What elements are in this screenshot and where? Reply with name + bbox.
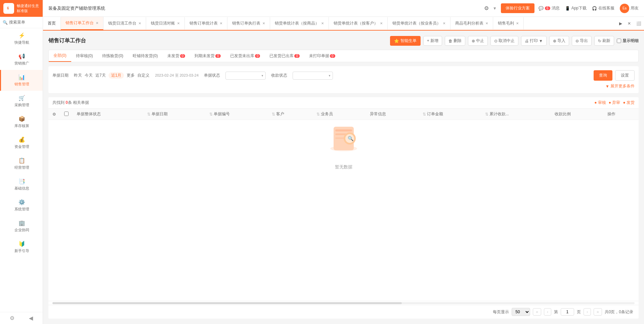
topbar-dropdown-icon[interactable]: ▼ <box>493 6 497 11</box>
subtab-shipped-warehoused[interactable]: 已发货已出库0 <box>265 50 304 62</box>
sidebar-item-basic-info[interactable]: 📑 基础信息 <box>0 174 43 195</box>
page-size-select[interactable]: 50 10 20 100 <box>512 308 530 316</box>
export-btn[interactable]: ⊖ 导出 <box>572 36 592 46</box>
page-unit: 页 <box>577 309 581 315</box>
tab-sales-order[interactable]: 销售订单工作台 ✕ <box>61 17 103 30</box>
show-detail-label[interactable]: 显示明细 <box>617 38 639 44</box>
user-avatar-text: Ea <box>622 6 627 10</box>
subtab-not-shipped[interactable]: 未发货0 <box>163 50 190 62</box>
sidebar-item-operations[interactable]: 📋 经营管理 <box>0 153 43 174</box>
online-service-action[interactable]: 🎧 在线客服 <box>592 5 614 11</box>
tab-close-sales-exec[interactable]: ✕ <box>262 22 265 25</box>
scroll-bar-area[interactable] <box>48 301 639 305</box>
collapse-btn[interactable]: ◀ <box>29 315 33 321</box>
cancel-stop-icon: ⊙ <box>494 39 498 43</box>
tab-sales-summary-product[interactable]: 销货单统计表（按商品） ✕ <box>270 17 329 30</box>
tab-close-sales-summary-staff[interactable]: ✕ <box>443 22 445 25</box>
first-page-btn[interactable]: « <box>533 308 541 316</box>
tab-close-cash-reconcile[interactable]: ✕ <box>177 22 180 25</box>
tab-expand-btn[interactable]: ⬜ <box>634 18 644 29</box>
next-page-btn[interactable]: › <box>584 308 591 316</box>
subtab-expired-not-shipped[interactable]: 到期未发货0 <box>190 50 225 62</box>
subtab-all[interactable]: 全部(0) <box>49 50 71 62</box>
th-checkbox[interactable] <box>60 109 73 120</box>
page-input[interactable] <box>561 308 574 316</box>
subtab-shipped-not-warehoused[interactable]: 已发货未出库0 <box>225 50 265 62</box>
date-opt-today[interactable]: 今天 <box>85 73 93 78</box>
sidebar-item-sys-mgmt[interactable]: ⚙️ 系统管理 <box>0 195 43 216</box>
scroll-thumb[interactable] <box>52 302 402 304</box>
tab-close-gross-margin[interactable]: ✕ <box>485 22 488 25</box>
date-opt-custom[interactable]: 自定义 <box>137 73 149 78</box>
tab-home[interactable]: 首页 <box>43 17 61 30</box>
deaudit-btn[interactable]: ● 弃审 <box>609 100 620 106</box>
add-btn[interactable]: + 新增 <box>423 36 442 46</box>
sidebar-item-enterprise[interactable]: 🏢 企业协同 <box>0 216 43 237</box>
smart-btn[interactable]: ⭐ 智能生单 <box>390 36 421 46</box>
sidebar-item-finance[interactable]: 💰 资金管理 <box>0 132 43 153</box>
sidebar-item-purchase[interactable]: 🛒 采购管理 <box>0 91 43 112</box>
prev-page-btn[interactable]: ‹ <box>544 308 551 316</box>
status-select[interactable] <box>225 72 266 80</box>
th-ratio: 收款比例 <box>551 109 603 120</box>
print-icon: 🖨 <box>525 39 529 43</box>
tab-close-all-btn[interactable]: ✕ <box>625 18 634 29</box>
sidebar-item-guide[interactable]: 🔰 新手引导 <box>0 237 43 257</box>
sidebar-item-marketing[interactable]: 📢 营销推广 <box>0 49 43 70</box>
svg-text:🔍: 🔍 <box>348 136 354 141</box>
tab-close-sales-summary-customer[interactable]: ✕ <box>380 22 383 25</box>
tab-cash-daily[interactable]: 钱货日清工作台 ✕ <box>103 17 146 30</box>
app-download-action[interactable]: 📱 App下载 <box>565 5 587 11</box>
tab-sales-stats[interactable]: 销售订单统计表 ✕ <box>185 17 227 30</box>
th-settings[interactable]: ⚙ <box>48 109 60 120</box>
sidebar-item-quick-nav[interactable]: ⚡ 快捷导航 <box>0 28 43 49</box>
stop-btn[interactable]: ⊗ 中止 <box>468 36 488 46</box>
payment-select[interactable] <box>293 72 333 80</box>
tab-sales-summary-staff[interactable]: 销货单统计表（按业务员） ✕ <box>388 17 450 30</box>
date-opt-last1m[interactable]: 近1月 <box>109 72 124 79</box>
subtab-not-printed[interactable]: 未打印单据0 <box>304 50 340 62</box>
subtab-pending-inspect[interactable]: 待拣验货(0) <box>97 50 128 62</box>
sidebar-search[interactable]: 🔍 搜索菜单 <box>0 17 43 28</box>
table-toolbar-right: ● 审核 ● 弃审 ● 发货 <box>594 100 635 106</box>
trial-btn[interactable]: 体验行业方案 <box>501 3 534 13</box>
tab-close-sales-summary-product[interactable]: ✕ <box>321 22 324 25</box>
subtab-wangpu-pending[interactable]: 旺铺待发货(0) <box>128 50 163 62</box>
tab-more-btn[interactable]: ▶ <box>616 18 625 29</box>
tab-cash-reconcile[interactable]: 钱货日清对账 ✕ <box>146 17 185 30</box>
cancel-stop-btn[interactable]: ⊙ 取消中止 <box>490 36 518 46</box>
tab-close-cash-daily[interactable]: ✕ <box>138 22 141 25</box>
tab-close-sales-order[interactable]: ✕ <box>96 21 98 25</box>
tab-gross-margin[interactable]: 商品毛利分析表 ✕ <box>450 17 493 30</box>
tab-close-sales-stats[interactable]: ✕ <box>220 22 222 25</box>
sidebar-footer: ⚙ ◀ <box>0 312 43 324</box>
sidebar-item-sales[interactable]: 📊 销售管理 <box>0 70 43 91</box>
date-opt-last7[interactable]: 近7天 <box>95 73 106 78</box>
last-page-btn[interactable]: » <box>594 308 602 316</box>
sidebar-item-inventory[interactable]: 📦 库存核算 <box>0 112 43 132</box>
filter-setting-btn[interactable]: 设置 <box>615 70 635 81</box>
date-opt-yesterday[interactable]: 昨天 <box>74 73 82 78</box>
topbar-settings-icon[interactable]: ⚙ <box>484 5 489 11</box>
table-area: 共找到 0条 相关单据 ● 审核 ● 弃审 ● 发货 <box>48 97 639 319</box>
print-btn[interactable]: 🖨 打印 ▼ <box>521 36 547 46</box>
tab-close-sales-more[interactable]: ✕ <box>516 22 519 25</box>
filter-expand-btn[interactable]: ▼ 展开更多条件 <box>605 83 635 89</box>
th-amount: ⇅ 订单金额 <box>419 109 481 120</box>
select-all-checkbox[interactable] <box>64 112 69 116</box>
import-btn[interactable]: ⊕ 导入 <box>549 36 569 46</box>
subtab-pending-review[interactable]: 待审核(0) <box>71 50 98 62</box>
date-opt-more[interactable]: 更多 <box>127 73 135 78</box>
audit-btn[interactable]: ● 审核 <box>594 100 606 106</box>
message-action[interactable]: 💬 6 消息 <box>539 5 560 11</box>
refresh-btn[interactable]: ↻ 刷新 <box>594 36 614 46</box>
tab-sales-exec[interactable]: 销售订单执行表 ✕ <box>227 17 270 30</box>
show-detail-checkbox[interactable] <box>617 39 621 43</box>
ship-btn[interactable]: ● 发货 <box>623 100 635 106</box>
tab-sales-summary-customer[interactable]: 销货单统计表（按客户） ✕ <box>329 17 388 30</box>
settings-footer-btn[interactable]: ⚙ <box>10 315 14 321</box>
delete-btn[interactable]: 🗑 删除 <box>445 36 465 46</box>
tab-sales-more[interactable]: 销售毛利 ✕ <box>493 17 524 30</box>
query-btn[interactable]: 查询 <box>594 70 612 81</box>
user-action[interactable]: Ea 用友 <box>620 4 639 13</box>
